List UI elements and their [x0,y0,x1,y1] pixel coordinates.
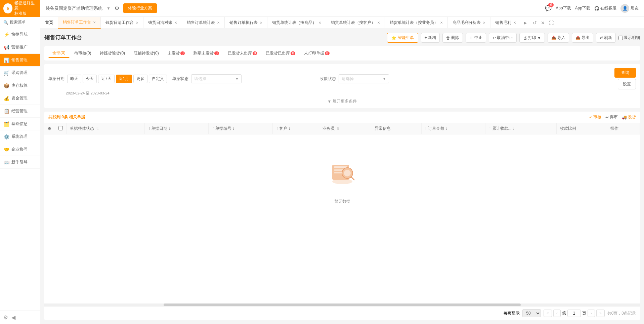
sidebar-item-purchase[interactable]: 🛒 采购管理 [0,67,40,79]
setting-button[interactable]: 设置 [618,79,636,89]
filter-tab-wangpu-ship[interactable]: 旺铺待发货(0) [130,49,163,57]
tab-close-sales-profit[interactable]: ✕ [513,21,516,25]
sidebar-item-system[interactable]: ⚙️ 系统管理 [0,130,40,143]
app-download-text[interactable]: App下载 [575,5,590,11]
stop-button[interactable]: ⏸ 中止 [466,33,486,43]
tab-more-button[interactable]: ▶ [521,18,529,28]
filter-tab-not-shipped[interactable]: 未发货0 [164,49,189,57]
sort-status-icon[interactable]: ⇅ [96,127,99,130]
industry-solution-button[interactable]: 体验行业方案 [123,3,157,13]
cancel-stop-button[interactable]: ↩ 取消中止 [489,33,517,43]
date-btn-7days[interactable]: 近7天 [98,75,115,83]
sort-collected-asc-icon[interactable]: ↑ [489,126,491,131]
print-button[interactable]: 🖨 打印 ▼ [519,33,545,43]
ai-generate-button[interactable]: ⭐ 智能生单 [387,33,418,43]
date-btn-more[interactable]: 更多 [133,75,147,83]
sort-amount-asc-icon[interactable]: ↑ [425,126,427,131]
review-action[interactable]: ✓ 审核 [589,114,601,120]
sidebar-item-inventory[interactable]: 📦 库存核算 [0,79,40,92]
filter-tab-pending-inspect[interactable]: 待拣货验货(0) [96,49,129,57]
select-all-checkbox[interactable] [58,126,63,130]
sort-number-desc-icon[interactable]: ↓ [232,126,234,131]
filter-tab-shipped-out[interactable]: 已发货已出库0 [262,49,299,57]
cancel-review-action[interactable]: ↩ 弃审 [605,114,618,120]
filter-tab-all[interactable]: 全部(0) [48,49,70,58]
status-select[interactable]: 请选择 ▼ [191,74,242,83]
tab-sales-profit[interactable]: 销售毛利 ✕ [490,17,521,28]
delete-button[interactable]: 🗑 删除 [442,33,463,43]
filter-tab-not-printed[interactable]: 未打印单据0 [300,49,334,57]
show-detail-toggle[interactable]: 显示明细 [618,35,640,41]
collapse-icon[interactable]: ◀ [11,314,15,321]
th-checkbox[interactable] [55,123,67,134]
payment-select[interactable]: 请选择 ▼ [339,74,389,83]
tab-sales-staff[interactable]: 销货单统计表（按业务员） ✕ [385,17,448,28]
next-page-button[interactable]: › [588,310,595,317]
sidebar-item-guide[interactable]: 📖 新手引导 [0,156,40,169]
app-download-link[interactable]: App下载 [556,5,571,11]
expand-conditions-button[interactable]: ▼ 展开更多条件 [328,98,357,104]
import-button[interactable]: 📥 导入 [548,33,569,43]
tab-gross-profit[interactable]: 商品毛利分析表 ✕ [448,17,490,28]
tab-sales-workbench[interactable]: 销售订单工作台 ✕ [58,17,101,29]
settings-icon[interactable]: ⚙ [3,314,8,321]
sort-customer-desc-icon[interactable]: ↓ [289,126,291,131]
date-btn-today[interactable]: 今天 [83,75,97,83]
sort-customer-asc-icon[interactable]: ↑ [276,126,278,131]
tab-sales-product[interactable]: 销货单统计表（按商品） ✕ [267,17,326,28]
filter-tab-overdue-not-shipped[interactable]: 到期未发货0 [189,49,223,57]
page-size-select[interactable]: 50 10 20 100 [522,309,541,317]
sort-number-asc-icon[interactable]: ↑ [212,126,214,131]
sort-staff-icon[interactable]: ⇅ [337,127,339,130]
message-icon[interactable]: 💬 6 [545,5,552,11]
tab-home[interactable]: 首页 [40,17,58,28]
tab-refresh-icon[interactable]: ↺ [531,19,538,27]
tab-sales-customer[interactable]: 销货单统计表（按客户） ✕ [326,17,385,28]
sidebar-item-finance[interactable]: 💰 资金管理 [0,92,40,105]
date-btn-custom[interactable]: 自定义 [149,75,167,83]
sidebar-item-operations[interactable]: 📋 经营管理 [0,105,40,118]
user-menu[interactable]: 👤 用友 [620,4,639,13]
sidebar-item-quick-nav[interactable]: ⚡ 快捷导航 [0,28,40,41]
tab-close-sales-customer[interactable]: ✕ [377,21,380,25]
tab-close-cash-reconcile[interactable]: ✕ [174,21,177,25]
tab-close-sales-staff[interactable]: ✕ [440,21,443,25]
date-btn-1month[interactable]: 近1月 [116,75,132,83]
tab-cash-daily[interactable]: 钱货日清工作台 ✕ [101,17,143,28]
sort-date-asc-icon[interactable]: ↑ [148,126,150,131]
sidebar-item-cooperation[interactable]: 🤝 企业协同 [0,143,40,156]
sort-collected-desc-icon[interactable]: ↓ [513,126,515,131]
last-page-button[interactable]: » [596,310,605,317]
show-detail-checkbox[interactable] [618,36,623,40]
settings-gear-icon[interactable]: ⚙ [115,5,119,11]
tab-close-cash-daily[interactable]: ✕ [136,21,138,25]
tab-close-all-icon[interactable]: ✕ [540,19,546,27]
query-button[interactable]: 查询 [614,68,636,78]
ship-action[interactable]: 🚚 发货 [622,114,636,120]
sidebar-item-marketing[interactable]: 📢 营销推广 [0,41,40,54]
scrollbar-thumb[interactable] [164,303,521,306]
tab-cash-reconcile[interactable]: 钱货日清对账 ✕ [143,17,182,28]
tab-close-sales-workbench[interactable]: ✕ [93,21,96,24]
sidebar-search[interactable]: 🔍 搜索菜单 [0,17,40,28]
add-button[interactable]: + 新增 [421,33,440,43]
sidebar-item-sales[interactable]: 📊 销售管理 [0,54,40,67]
dropdown-arrow[interactable]: ▼ [106,6,111,11]
tab-maximize-icon[interactable]: ⛶ [548,19,555,27]
export-button[interactable]: 📤 导出 [572,33,593,43]
filter-tab-shipped-not-out[interactable]: 已发货未出库0 [224,49,261,57]
tab-sales-exec[interactable]: 销售订单执行表 ✕ [225,17,267,28]
sort-date-desc-icon[interactable]: ↓ [169,126,171,131]
online-service-link[interactable]: 🎧 在线客服 [594,5,616,11]
date-btn-yesterday[interactable]: 昨天 [67,75,81,83]
sidebar-item-basic-info[interactable]: 🗂️ 基础信息 [0,118,40,130]
prev-page-button[interactable]: ‹ [553,310,561,317]
refresh-button[interactable]: ↺ 刷新 [596,33,616,43]
page-number-input[interactable] [567,310,581,317]
filter-tab-pending-review[interactable]: 待审核(0) [70,49,95,57]
sort-amount-desc-icon[interactable]: ↓ [445,126,447,131]
tab-close-sales-exec[interactable]: ✕ [260,21,262,25]
tab-close-sales-product[interactable]: ✕ [318,21,321,25]
tab-close-sales-stats[interactable]: ✕ [217,21,220,25]
horizontal-scrollbar[interactable] [44,303,640,306]
